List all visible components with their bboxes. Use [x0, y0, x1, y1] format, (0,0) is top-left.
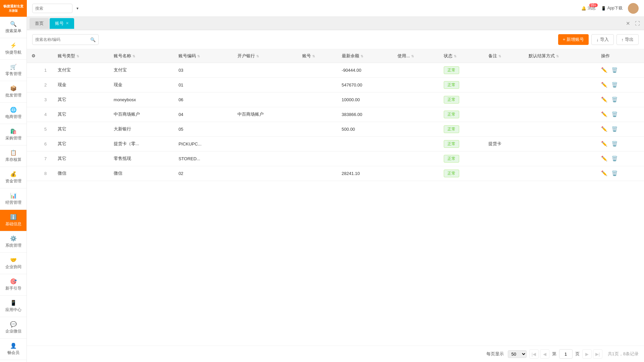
notify-badge: 99+	[589, 3, 598, 7]
delete-button-6[interactable]: 🗑️	[611, 141, 618, 147]
td-index-5: 5	[40, 122, 54, 136]
global-search-input[interactable]	[32, 4, 72, 13]
tab-maximize-button[interactable]: ⛶	[634, 20, 641, 27]
export-button[interactable]: ↑ 导出	[616, 34, 639, 45]
notify-button[interactable]: 🔔 消息 99+	[581, 5, 596, 11]
tab-bar: 首页账号✕ ✕ ⛶	[27, 17, 644, 30]
add-account-button[interactable]: + 新增账号	[558, 34, 589, 45]
th-usage[interactable]: 使用...⇅	[393, 49, 440, 63]
delete-button-3[interactable]: 🗑️	[611, 97, 618, 103]
sidebar-item-system-mgmt[interactable]: ⚙️系统管理	[0, 231, 26, 253]
td-index-4: 4	[40, 107, 54, 122]
total-info: 共1页，8条记录	[608, 351, 639, 357]
td-status-1: 正常	[440, 63, 484, 77]
tab-label-home: 首页	[35, 20, 44, 26]
edit-button-2[interactable]: ✏️	[601, 82, 607, 88]
td-status-3: 正常	[440, 92, 484, 107]
sidebar-icon-search-menu: 🔍	[10, 21, 17, 27]
td-index-8: 8	[40, 166, 54, 181]
page-number-input[interactable]	[559, 349, 573, 359]
status-badge-8: 正常	[444, 170, 459, 177]
edit-button-3[interactable]: ✏️	[601, 97, 607, 103]
delete-button-4[interactable]: 🗑️	[611, 111, 618, 117]
tab-account[interactable]: 账号✕	[50, 18, 74, 29]
sidebar-item-enterprise-collab[interactable]: 🤝企业协同	[0, 253, 26, 274]
sidebar-menu: 🔍搜索菜单⚡快捷导航🛒零售管理📦批发管理🌐电商管理🛍️采购管理📋库存核算💰资金管…	[0, 17, 26, 362]
td-account-4	[298, 107, 338, 122]
header-left: ▾	[32, 4, 78, 13]
import-button[interactable]: ↓ 导入	[591, 34, 614, 45]
sidebar-item-operations-mgmt[interactable]: 📊经营管理	[0, 188, 26, 210]
last-page-button[interactable]: ▶|	[593, 349, 602, 359]
tab-home[interactable]: 首页	[30, 18, 49, 29]
search-icon[interactable]: 🔍	[90, 37, 96, 42]
th-remark[interactable]: 备注⇅	[484, 49, 524, 63]
sidebar-item-purchase-mgmt[interactable]: 🛍️采购管理	[0, 124, 26, 145]
sidebar-icon-inventory: 📋	[10, 149, 17, 156]
sidebar-label-system-mgmt: 系统管理	[5, 243, 21, 248]
header-dropdown[interactable]: ▾	[76, 6, 78, 11]
td-name-3: moneybosx	[110, 92, 174, 107]
table-row: 3其它moneybosx0610000.00正常 ✏️ 🗑️	[27, 92, 644, 107]
th-default_settle[interactable]: 默认结算方式⇅	[525, 49, 597, 63]
import-icon: ↓	[596, 37, 599, 42]
sidebar-item-search-menu[interactable]: 🔍搜索菜单	[0, 17, 26, 38]
td-status-5: 正常	[440, 122, 484, 136]
th-account[interactable]: 账号⇅	[298, 49, 338, 63]
th-balance[interactable]: 最新余额⇅	[338, 49, 394, 63]
td-name-2: 现金	[110, 77, 174, 92]
sidebar-item-quick-nav[interactable]: ⚡快捷导航	[0, 38, 26, 60]
sidebar-icon-quick-nav: ⚡	[10, 42, 17, 49]
edit-button-6[interactable]: ✏️	[601, 141, 607, 147]
sidebar-icon-enterprise-wechat: 💬	[10, 321, 17, 327]
delete-button-7[interactable]: 🗑️	[611, 156, 618, 162]
tab-close-all-button[interactable]: ✕	[625, 20, 632, 27]
sidebar-item-member[interactable]: 👤畅会员	[0, 339, 26, 360]
edit-button-1[interactable]: ✏️	[601, 67, 607, 73]
delete-button-2[interactable]: 🗑️	[611, 82, 618, 88]
first-page-button[interactable]: |◀	[529, 349, 539, 359]
td-code-1: 03	[174, 63, 233, 77]
th-name[interactable]: 账号名称⇅	[110, 49, 174, 63]
th-type[interactable]: 账号类型⇅	[54, 49, 110, 63]
sidebar-item-ecommerce-mgmt[interactable]: 🌐电商管理	[0, 103, 26, 124]
td-type-4: 其它	[54, 107, 110, 122]
account-search-input[interactable]	[35, 37, 89, 42]
td-default_settle-7	[525, 151, 597, 166]
td-account-1	[298, 63, 338, 77]
td-account-8	[298, 166, 338, 181]
delete-button-1[interactable]: 🗑️	[611, 67, 618, 73]
th-status[interactable]: 状态⇅	[440, 49, 484, 63]
sidebar-icon-retail-mgmt: 🛒	[10, 64, 17, 70]
next-page-button[interactable]: ▶	[582, 349, 592, 359]
edit-button-8[interactable]: ✏️	[601, 170, 607, 176]
sidebar-item-new-guide[interactable]: 🎯新手引导	[0, 274, 26, 296]
sidebar-icon-wholesale-mgmt: 📦	[10, 85, 17, 92]
th-bank[interactable]: 开户银行⇅	[233, 49, 298, 63]
th-code[interactable]: 账号编码⇅	[174, 49, 233, 63]
pagination: 每页显示 50 100 200 |◀ ◀ 第 页 ▶ ▶| 共1页，8条记录	[27, 346, 644, 362]
sidebar-item-retail-mgmt[interactable]: 🛒零售管理	[0, 60, 26, 81]
user-avatar[interactable]	[628, 3, 639, 14]
td-balance-4: 383866.00	[338, 107, 394, 122]
edit-button-4[interactable]: ✏️	[601, 111, 607, 117]
sidebar-item-enterprise-wechat[interactable]: 💬企业微信	[0, 317, 26, 339]
delete-button-8[interactable]: 🗑️	[611, 170, 618, 176]
sidebar-item-inventory[interactable]: 📋库存核算	[0, 145, 26, 167]
td-remark-4	[484, 107, 524, 122]
td-name-4: 中百商场账户	[110, 107, 174, 122]
td-account-2	[298, 77, 338, 92]
sidebar-label-new-guide: 新手引导	[5, 286, 21, 291]
sidebar-item-capital-mgmt[interactable]: 💰资金管理	[0, 167, 26, 188]
prev-page-button[interactable]: ◀	[540, 349, 549, 359]
tab-close-account[interactable]: ✕	[66, 21, 69, 25]
th-settings[interactable]: ⚙	[27, 49, 40, 63]
per-page-select[interactable]: 50 100 200	[508, 350, 527, 358]
sidebar-item-basic-info[interactable]: ℹ️基础信息	[0, 210, 26, 231]
sidebar-item-wholesale-mgmt[interactable]: 📦批发管理	[0, 81, 26, 103]
edit-button-5[interactable]: ✏️	[601, 126, 607, 132]
sidebar-item-app-center[interactable]: 📱应用中心	[0, 296, 26, 317]
delete-button-5[interactable]: 🗑️	[611, 126, 618, 132]
edit-button-7[interactable]: ✏️	[601, 156, 607, 162]
app-download-button[interactable]: 📱 App下载	[601, 5, 623, 11]
